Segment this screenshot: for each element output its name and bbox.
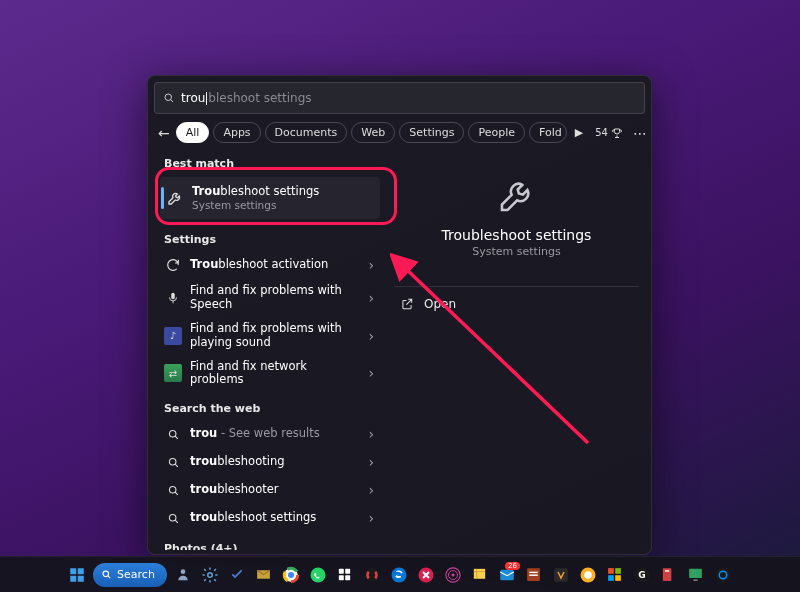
- taskbar-app-icon[interactable]: [523, 564, 545, 586]
- taskbar-app-icon[interactable]: [253, 564, 275, 586]
- badge-count: 26: [505, 562, 520, 570]
- svg-point-53: [715, 567, 730, 582]
- filter-documents[interactable]: Documents: [265, 122, 348, 143]
- refresh-icon: [164, 256, 182, 274]
- web-result[interactable]: troubleshooter ›: [160, 476, 380, 504]
- search-input[interactable]: troubleshoot settings: [154, 82, 645, 114]
- filter-people[interactable]: People: [468, 122, 525, 143]
- chevron-right-icon: ›: [368, 290, 374, 306]
- svg-rect-45: [609, 575, 615, 581]
- svg-line-6: [175, 464, 178, 467]
- svg-point-3: [169, 430, 176, 437]
- taskbar-app-icon[interactable]: [388, 564, 410, 586]
- svg-text:G: G: [638, 570, 645, 580]
- filter-settings[interactable]: Settings: [399, 122, 464, 143]
- section-photos[interactable]: Photos (4+): [160, 532, 380, 550]
- svg-rect-50: [665, 570, 669, 571]
- filter-all[interactable]: All: [176, 122, 210, 143]
- settings-result[interactable]: Find and fix problems with Speech ›: [160, 279, 380, 317]
- taskbar-app-icon[interactable]: [199, 564, 221, 586]
- svg-rect-39: [530, 575, 539, 576]
- back-button[interactable]: ←: [158, 125, 170, 141]
- svg-rect-46: [616, 575, 622, 581]
- taskbar-app-icon[interactable]: [712, 564, 734, 586]
- best-match-result[interactable]: Troubleshoot settings System settings: [160, 177, 380, 219]
- svg-rect-26: [339, 569, 344, 574]
- filter-apps[interactable]: Apps: [213, 122, 260, 143]
- options-button[interactable]: ⋯: [627, 125, 653, 141]
- taskbar-app-icon[interactable]: 26: [496, 564, 518, 586]
- taskbar-app-icon[interactable]: G: [631, 564, 653, 586]
- svg-line-4: [175, 436, 178, 439]
- svg-rect-51: [690, 569, 703, 578]
- result-title: Find and fix problems with playing sound: [190, 322, 360, 350]
- taskbar-app-icon[interactable]: [442, 564, 464, 586]
- taskbar-app-icon[interactable]: [469, 564, 491, 586]
- web-result[interactable]: trou - See web results ›: [160, 420, 380, 448]
- detail-column: Troubleshoot settings System settings Op…: [384, 145, 651, 550]
- filter-row: ← All Apps Documents Web Settings People…: [148, 118, 651, 145]
- svg-point-24: [288, 572, 294, 578]
- best-match-title: Troubleshoot settings: [192, 185, 374, 199]
- chevron-right-icon: ›: [368, 365, 374, 381]
- search-icon: [163, 92, 175, 104]
- svg-rect-43: [609, 568, 615, 574]
- filter-web[interactable]: Web: [351, 122, 395, 143]
- start-button[interactable]: [66, 564, 88, 586]
- svg-rect-14: [70, 575, 76, 581]
- detail-card: Troubleshoot settings System settings Op…: [394, 155, 639, 321]
- rewards-indicator[interactable]: 54: [595, 127, 623, 139]
- open-action[interactable]: Open: [394, 287, 639, 321]
- filter-folders-truncated[interactable]: Fold: [529, 122, 567, 143]
- results-column: Best match Troubleshoot settings System …: [148, 145, 384, 550]
- search-icon: [101, 569, 112, 580]
- taskbar-app-icon[interactable]: [280, 564, 302, 586]
- settings-result[interactable]: ♪ Find and fix problems with playing sou…: [160, 317, 380, 355]
- svg-rect-2: [171, 293, 175, 299]
- settings-result[interactable]: ⇄ Find and fix network problems ›: [160, 355, 380, 393]
- taskbar-app-icon[interactable]: [334, 564, 356, 586]
- settings-result[interactable]: Troubleshoot activation ›: [160, 251, 380, 279]
- chevron-right-icon: ›: [368, 454, 374, 470]
- wrench-icon: [495, 173, 539, 217]
- taskbar-app-icon[interactable]: [307, 564, 329, 586]
- taskbar-app-icon[interactable]: [361, 564, 383, 586]
- taskbar-app-icon[interactable]: [685, 564, 707, 586]
- svg-point-35: [451, 573, 454, 576]
- web-result[interactable]: troubleshoot settings ›: [160, 504, 380, 532]
- svg-point-19: [208, 572, 213, 577]
- svg-point-5: [169, 458, 176, 465]
- svg-point-9: [169, 514, 176, 521]
- result-title: troubleshooter: [190, 483, 360, 497]
- taskbar-app-icon[interactable]: [604, 564, 626, 586]
- search-ghost-text: bleshoot settings: [208, 91, 311, 105]
- svg-line-10: [175, 520, 178, 523]
- taskbar-app-icon[interactable]: [172, 564, 194, 586]
- svg-rect-44: [616, 568, 622, 574]
- svg-rect-28: [339, 575, 344, 580]
- taskbar-app-icon[interactable]: [550, 564, 572, 586]
- web-result[interactable]: troubleshooting ›: [160, 448, 380, 476]
- svg-line-17: [108, 576, 110, 578]
- svg-rect-38: [530, 572, 539, 573]
- open-icon: [400, 297, 414, 311]
- chevron-right-icon: ›: [368, 328, 374, 344]
- svg-point-16: [103, 571, 109, 577]
- taskbar-app-icon[interactable]: [658, 564, 680, 586]
- rewards-count: 54: [595, 127, 608, 138]
- chevron-right-icon: ›: [368, 426, 374, 442]
- svg-rect-15: [78, 575, 84, 581]
- wrench-icon: [166, 189, 184, 207]
- taskbar-app-icon[interactable]: [577, 564, 599, 586]
- taskbar-search[interactable]: Search: [93, 563, 167, 587]
- svg-rect-27: [346, 569, 351, 574]
- svg-line-8: [175, 492, 178, 495]
- open-label: Open: [424, 297, 456, 311]
- taskbar-app-icon[interactable]: [226, 564, 248, 586]
- chevron-right-icon: ›: [368, 510, 374, 526]
- network-icon: ⇄: [164, 364, 182, 382]
- svg-rect-29: [346, 575, 351, 580]
- taskbar-app-icon[interactable]: [415, 564, 437, 586]
- chevron-right-icon: ›: [368, 482, 374, 498]
- filter-more-button[interactable]: ▶: [571, 126, 587, 139]
